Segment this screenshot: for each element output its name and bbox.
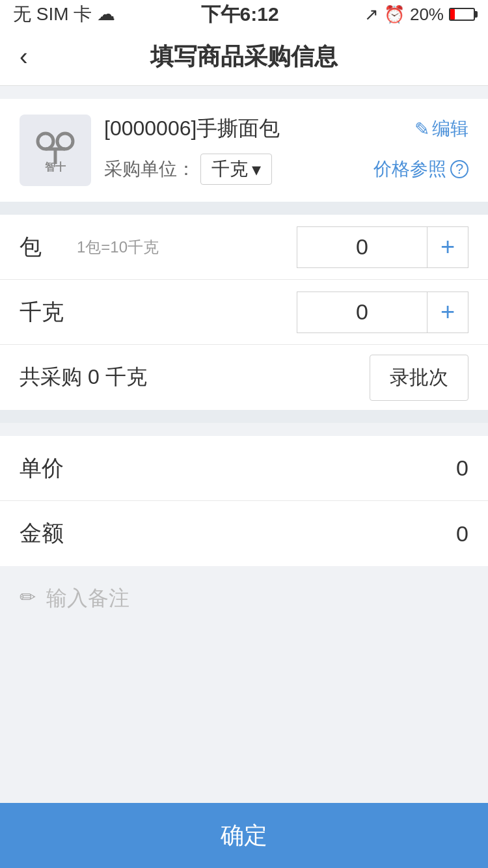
pencil-icon: ✏ (20, 586, 36, 608)
notes-section[interactable]: ✏ 输入备注 (0, 566, 488, 826)
product-name: [0000006]手撕面包 (104, 115, 280, 143)
bag-quantity-input[interactable] (297, 226, 427, 268)
help-icon: ? (450, 160, 468, 178)
product-unit-row: 采购单位： 千克 ▾ 价格参照 ? (104, 154, 468, 185)
unit-value: 千克 (211, 157, 248, 182)
edit-label: 编辑 (432, 116, 468, 141)
batch-button[interactable]: 录批次 (370, 355, 468, 401)
svg-text:智十: 智十 (44, 161, 66, 172)
status-time: 下午6:12 (201, 1, 279, 28)
amount-label: 金额 (20, 519, 64, 549)
amount-row: 金额 0 (0, 501, 488, 566)
status-right: ↗ ⏰ 20% (364, 5, 475, 25)
kg-input-row: 千克 + (0, 280, 488, 345)
section-divider-2 (0, 410, 488, 423)
notes-placeholder: 输入备注 (46, 584, 129, 613)
summary-text: 共采购 0 千克 (20, 363, 147, 392)
svg-point-1 (57, 133, 73, 149)
nav-bar: ‹ 填写商品采购信息 (0, 29, 488, 86)
unit-label: 采购单位： 千克 ▾ (104, 154, 272, 185)
price-ref-button[interactable]: 价格参照 ? (373, 157, 468, 182)
bag-input-row: 包 1包=10千克 + (0, 215, 488, 280)
kg-input-right: + (297, 292, 468, 333)
alarm-icon: ⏰ (384, 5, 405, 25)
back-button[interactable]: ‹ (20, 36, 41, 77)
kg-label: 千克 (20, 297, 72, 327)
price-ref-label: 价格参照 (373, 157, 446, 182)
edit-icon: ✎ (414, 118, 429, 140)
unit-price-label: 单价 (20, 454, 64, 483)
section-divider-1 (0, 202, 488, 215)
quantity-section: 包 1包=10千克 + 千克 + (0, 215, 488, 345)
edit-button[interactable]: ✎ 编辑 (414, 116, 468, 141)
product-image: 智十 (20, 115, 91, 186)
kg-plus-button[interactable]: + (427, 292, 468, 333)
dropdown-icon: ▾ (252, 159, 261, 180)
sim-status: 无 SIM 卡 ☁ (13, 2, 115, 27)
product-info: [0000006]手撕面包 ✎ 编辑 采购单位： 千克 ▾ 价格参照 ? (104, 115, 468, 185)
summary-row: 共采购 0 千克 录批次 (0, 345, 488, 410)
product-logo: 智十 (29, 122, 81, 180)
bag-sublabel: 1包=10千克 (77, 237, 159, 258)
status-left: 无 SIM 卡 ☁ (13, 2, 115, 27)
unit-price-value: 0 (456, 455, 468, 481)
product-header: [0000006]手撕面包 ✎ 编辑 (104, 115, 468, 143)
amount-value: 0 (456, 521, 468, 547)
unit-price-row: 单价 0 (0, 436, 488, 501)
status-bar: 无 SIM 卡 ☁ 下午6:12 ↗ ⏰ 20% (0, 0, 488, 29)
product-card: 智十 [0000006]手撕面包 ✎ 编辑 采购单位： 千克 ▾ 价格参照 ? (0, 99, 488, 202)
unit-select[interactable]: 千克 ▾ (200, 154, 272, 185)
page-title: 填写商品采购信息 (150, 41, 338, 73)
kg-quantity-input[interactable] (297, 292, 427, 333)
confirm-button[interactable]: 确定 (0, 803, 488, 868)
bag-input-right: + (297, 226, 468, 268)
bag-label: 包 (20, 232, 72, 262)
svg-point-0 (38, 133, 53, 149)
price-section: 单价 0 金额 0 (0, 436, 488, 566)
battery-icon (449, 8, 475, 21)
bag-plus-button[interactable]: + (427, 226, 468, 268)
location-icon: ↗ (364, 5, 379, 25)
battery-percent: 20% (410, 5, 444, 25)
